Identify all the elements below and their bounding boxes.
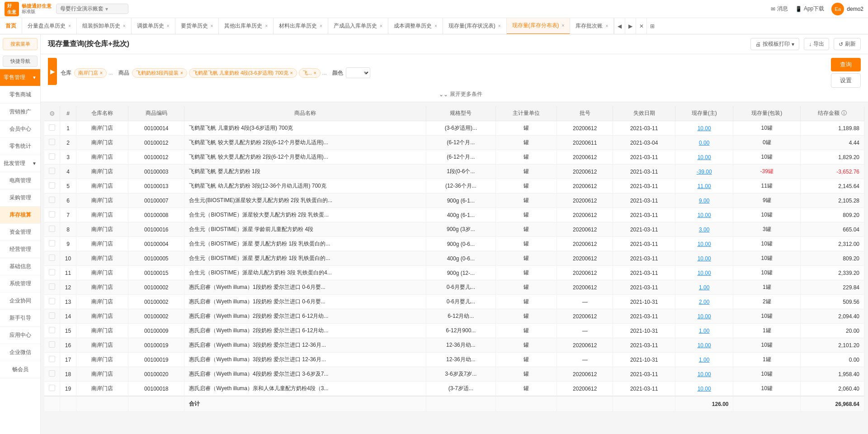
sidebar-item-label: 畅会员 xyxy=(12,366,28,373)
expand-conditions-btn[interactable]: ⌄⌄ 展开更多条件 xyxy=(439,90,482,98)
tab-prev-btn[interactable]: ◀ xyxy=(614,18,625,34)
row-checkbox[interactable] xyxy=(49,153,55,160)
sidebar-item-enterprise-coop[interactable]: 企业协同 xyxy=(0,292,40,310)
sidebar-item-ecommerce-mgmt[interactable]: 电商管理 xyxy=(0,172,40,189)
tab-zu-chai[interactable]: 组装拆卸单历史 × xyxy=(77,18,132,34)
row-checkbox[interactable] xyxy=(49,312,55,319)
tab-yao-huo[interactable]: 要货单历史 × xyxy=(175,18,219,34)
product-tag-2[interactable]: 飞鹤星飞帆 儿童奶粉 4段(3-6岁适用) 700克 × xyxy=(189,68,297,78)
sidebar-item-member-center[interactable]: 会员中心 xyxy=(0,121,40,138)
tab-chan-pin-ru[interactable]: 产成品入库单历史 × xyxy=(328,18,388,34)
warehouse-tag-nan岸[interactable]: 南岸门店 × xyxy=(74,68,107,78)
cell-no: 13 xyxy=(60,295,76,309)
row-checkbox[interactable] xyxy=(49,197,55,203)
tab-close-ku-cun-pi[interactable]: × xyxy=(605,24,608,28)
sidebar-item-purchase-mgmt[interactable]: 采购管理 xyxy=(0,189,40,207)
sidebar-item-welfare-member[interactable]: 畅会员 xyxy=(0,361,40,378)
tab-xian-cun-zhuang[interactable]: 现存量(库存状况表) × xyxy=(443,18,507,34)
row-checkbox[interactable] xyxy=(49,226,55,232)
row-checkbox[interactable] xyxy=(49,327,55,333)
tab-ku-cun-pi[interactable]: 库存批次账 × xyxy=(570,18,614,34)
query-btn[interactable]: 查询 xyxy=(831,58,861,71)
tab-close-cheng-ben[interactable]: × xyxy=(434,24,437,28)
sidebar-item-zero-retail-shop[interactable]: 零售商城 xyxy=(0,86,40,104)
tab-close-qi-ta-chu[interactable]: × xyxy=(265,24,268,28)
sidebar-item-sys-mgmt[interactable]: 系统管理 xyxy=(0,275,40,292)
row-checkbox[interactable] xyxy=(49,298,55,304)
cell-expire: 2021-03-11 xyxy=(613,193,675,208)
cell-batch: 20200612 xyxy=(557,309,613,324)
product-tag-1-label: 飞鹤奶粉3段丙提装 xyxy=(136,70,179,76)
expand-arrow-btn[interactable]: ▶ xyxy=(48,58,57,85)
sidebar-item-label: 营销推广 xyxy=(9,108,31,116)
row-checkbox[interactable] xyxy=(49,168,55,174)
sidebar-quick-nav-btn[interactable]: 快捷导航 xyxy=(3,56,38,67)
cell-check xyxy=(44,121,60,136)
product-tag-2-close[interactable]: × xyxy=(290,71,293,75)
tab-cheng-ben[interactable]: 成本调整单历史 × xyxy=(388,18,443,34)
sidebar-item-ops-mgmt[interactable]: 经营管理 xyxy=(0,241,40,258)
sidebar-item-app-center[interactable]: 应用中心 xyxy=(0,327,40,344)
sidebar-item-inventory-check[interactable]: 库存核算 xyxy=(0,207,40,224)
user-profile[interactable]: Ea demo2 xyxy=(831,3,863,15)
sidebar-item-wholesale-mgmt[interactable]: 批发管理 ▼ xyxy=(0,155,40,172)
tab-close-chan-pin-ru[interactable]: × xyxy=(380,24,382,28)
row-checkbox[interactable] xyxy=(49,182,55,189)
warehouse-tag-close[interactable]: × xyxy=(100,71,103,75)
tab-qi-ta-chu[interactable]: 其他出库单历史 × xyxy=(219,18,274,34)
tab-cai-liao[interactable]: 材料出库单历史 × xyxy=(274,18,328,34)
row-checkbox[interactable] xyxy=(49,255,55,261)
sidebar-item-finance-mgmt[interactable]: 资金管理 xyxy=(0,224,40,241)
table-settings-icon[interactable]: ⚙ xyxy=(49,110,55,117)
warehouse-filter-more[interactable]: ... xyxy=(108,70,113,76)
settings-btn[interactable]: 设置 xyxy=(831,73,861,88)
export-btn[interactable]: ↓ 导出 xyxy=(804,38,829,50)
tab-close-cai-liao[interactable]: × xyxy=(320,24,322,28)
sidebar-item-marketing[interactable]: 营销推广 xyxy=(0,104,40,121)
row-checkbox[interactable] xyxy=(49,385,55,391)
row-checkbox[interactable] xyxy=(49,341,55,348)
cell-unit: 罐 xyxy=(495,222,557,237)
sidebar-item-basic-info[interactable]: 基础信息 xyxy=(0,258,40,275)
row-checkbox[interactable] xyxy=(49,240,55,246)
row-checkbox[interactable] xyxy=(49,356,55,362)
product-tag-1[interactable]: 飞鹤奶粉3段丙提装 × xyxy=(132,68,187,78)
org-selector[interactable]: 母婴行业演示账套 ▾ xyxy=(56,4,128,14)
row-checkbox[interactable] xyxy=(49,124,55,131)
sidebar: 搜索菜单 快捷导航 零售管理 ▼ 零售商城 营销推广 会员中心 零售统计 批发管… xyxy=(0,34,41,434)
tab-home[interactable]: 首页 xyxy=(0,18,22,34)
product-filter-more[interactable]: ... xyxy=(322,70,327,76)
row-checkbox[interactable] xyxy=(49,370,55,377)
tab-fen-pan[interactable]: 分量盘点单历史 × xyxy=(22,18,77,34)
refresh-btn[interactable]: ↺ 刷新 xyxy=(834,38,861,50)
sidebar-item-zero-retail-mgmt[interactable]: 零售管理 ▼ xyxy=(0,69,40,86)
tab-xian-cun-fen[interactable]: 现存量(库存分布表) × xyxy=(507,18,571,34)
message-btn[interactable]: ✉ 消息 xyxy=(771,5,788,13)
sidebar-item-new-guide[interactable]: 新手引导 xyxy=(0,310,40,327)
tab-close-all-btn[interactable]: ✕ xyxy=(636,18,646,34)
cell-stock-main: 10.00 xyxy=(675,251,733,266)
tab-diao-bo[interactable]: 调拨单历史 × xyxy=(132,18,175,34)
row-checkbox[interactable] xyxy=(49,283,55,290)
sidebar-item-enterprise-wechat[interactable]: 企业微信 xyxy=(0,344,40,361)
product-tag-1-close[interactable]: × xyxy=(180,71,183,75)
tab-next-btn[interactable]: ▶ xyxy=(625,18,636,34)
tab-close-yao-huo[interactable]: × xyxy=(211,24,213,28)
color-filter-select[interactable] xyxy=(346,67,370,78)
tab-menu-btn[interactable]: ⊞ xyxy=(646,18,657,34)
tab-close-fen-pan[interactable]: × xyxy=(68,24,71,28)
row-checkbox[interactable] xyxy=(49,211,55,217)
cell-expire: 2021-10-31 xyxy=(613,353,675,367)
product-tag-3[interactable]: 飞... × xyxy=(299,68,321,78)
app-download-btn[interactable]: 📱 App下载 xyxy=(795,5,824,13)
product-tag-3-close[interactable]: × xyxy=(314,71,316,75)
sidebar-item-retail-stats[interactable]: 零售统计 xyxy=(0,138,40,155)
tab-close-diao-bo[interactable]: × xyxy=(167,24,170,28)
template-print-btn[interactable]: 🖨 按模板打印 ▾ xyxy=(750,38,799,50)
sidebar-search-btn[interactable]: 搜索菜单 xyxy=(3,38,38,50)
tab-close-xian-cun-zhuang[interactable]: × xyxy=(498,24,501,28)
tab-close-zu-chai[interactable]: × xyxy=(123,24,126,28)
tab-close-xian-cun-fen[interactable]: × xyxy=(562,23,565,28)
row-checkbox[interactable] xyxy=(49,269,55,275)
row-checkbox[interactable] xyxy=(49,139,55,145)
